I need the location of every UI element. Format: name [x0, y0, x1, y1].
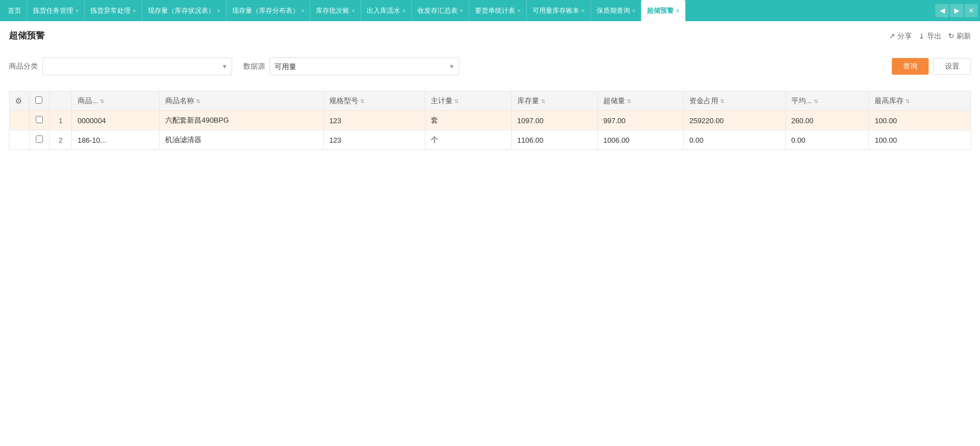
- row-checkbox-cell[interactable]: [30, 130, 50, 150]
- nav-tab-close-abnormal[interactable]: ×: [133, 8, 136, 14]
- filter-row: 商品分类 ▼ 数据源 可用量 库存量 ▼ 查询 设置: [9, 51, 971, 82]
- nav-tab-close-overstock[interactable]: ×: [676, 8, 679, 14]
- category-select[interactable]: [42, 57, 232, 75]
- col-header-unit[interactable]: 主计量⇅: [425, 91, 511, 111]
- col-header-capital[interactable]: 资金占用⇅: [684, 91, 786, 111]
- sort-icon-unit[interactable]: ⇅: [454, 98, 459, 104]
- nav-tab-close-order-stat[interactable]: ×: [517, 8, 521, 14]
- sort-icon-avg[interactable]: ⇅: [814, 98, 818, 104]
- col-header-avg[interactable]: 平均...⇅: [785, 91, 869, 111]
- share-label: 分享: [897, 31, 912, 41]
- nav-tab-label-stock-status: 现存量（库存状况表）: [148, 6, 215, 16]
- cell-name: 六配套新昌490BPG: [160, 111, 324, 130]
- nav-tab-recv-send[interactable]: 收发存汇总表×: [412, 0, 469, 21]
- datasource-filter: 数据源 可用量 库存量 ▼: [243, 57, 459, 75]
- col-label-code: 商品...: [78, 96, 98, 105]
- cell-code: 0000004: [72, 111, 160, 130]
- table-header: ⚙商品...⇅商品名称⇅规格型号⇅主计量⇅库存量⇅超储量⇅资金占用⇅平均...⇅…: [9, 91, 971, 111]
- query-button[interactable]: 查询: [892, 58, 929, 75]
- sort-icon-capital[interactable]: ⇅: [720, 98, 724, 104]
- nav-tab-close-recv-send[interactable]: ×: [460, 8, 463, 14]
- table-row: 10000004六配套新昌490BPG123套1097.00997.002592…: [9, 111, 971, 130]
- col-header-code[interactable]: 商品...⇅: [72, 91, 160, 111]
- col-header-name[interactable]: 商品名称⇅: [160, 91, 324, 111]
- nav-tab-order-stat[interactable]: 要货单统计表×: [469, 0, 527, 21]
- cell-spec: 123: [323, 130, 425, 150]
- cell-overstock: 997.00: [597, 111, 683, 130]
- sort-icon-spec[interactable]: ⇅: [360, 98, 364, 104]
- nav-tab-close-batch-acct[interactable]: ×: [352, 8, 355, 14]
- gear-column-icon[interactable]: ⚙: [15, 96, 22, 105]
- nav-tab-label-batch-acct: 库存批次账: [316, 6, 349, 16]
- nav-tab-label-quality: 保质期查询: [597, 6, 630, 16]
- cell-capital: 0.00: [684, 130, 786, 150]
- nav-tab-batch-acct[interactable]: 库存批次账×: [310, 0, 361, 21]
- nav-tab-available[interactable]: 可用量库存账本×: [527, 0, 591, 21]
- nav-tab-close-stock-status[interactable]: ×: [217, 8, 220, 14]
- col-header-overstock[interactable]: 超储量⇅: [597, 91, 683, 111]
- nav-tab-stock-status[interactable]: 现存量（库存状况表）×: [142, 0, 227, 21]
- sort-icon-overstock[interactable]: ⇅: [627, 98, 631, 104]
- select-all-checkbox[interactable]: [35, 96, 42, 104]
- nav-tab-label-inout-flow: 出入库流水: [367, 6, 400, 16]
- nav-tab-overstock[interactable]: 超储预警×: [641, 0, 685, 21]
- nav-tab-quality[interactable]: 保质期查询×: [591, 0, 642, 21]
- cell-unit: 个: [425, 130, 511, 150]
- nav-tab-home[interactable]: 首页: [2, 0, 27, 21]
- cell-max_stock: 100.00: [869, 130, 971, 150]
- nav-tab-label-overstock: 超储预警: [647, 6, 674, 16]
- nav-tab-stock-dist[interactable]: 现存量（库存分布表）×: [227, 0, 311, 21]
- refresh-icon: ↻: [948, 32, 954, 40]
- sort-icon-max_stock[interactable]: ⇅: [905, 98, 910, 104]
- col-label-avg: 平均...: [791, 96, 812, 105]
- row-num: 1: [50, 111, 72, 130]
- nav-tab-label-task-mgmt: 拣货任务管理: [33, 6, 73, 16]
- page-title: 超储预警: [9, 30, 45, 42]
- col-label-unit: 主计量: [431, 96, 453, 105]
- table-body: 10000004六配套新昌490BPG123套1097.00997.002592…: [9, 111, 971, 150]
- cell-name: 机油滤清器: [160, 130, 324, 150]
- nav-tab-close-quality[interactable]: ×: [632, 8, 636, 14]
- share-icon: ↗: [889, 32, 895, 40]
- filter-buttons: 查询 设置: [892, 58, 971, 75]
- refresh-button[interactable]: ↻ 刷新: [948, 31, 971, 41]
- category-label: 商品分类: [9, 61, 38, 71]
- datasource-select-wrapper: 可用量 库存量 ▼: [270, 57, 459, 75]
- nav-tab-close-task-mgmt[interactable]: ×: [75, 8, 79, 14]
- nav-tab-close-available[interactable]: ×: [582, 8, 585, 14]
- nav-close-button[interactable]: ✕: [964, 4, 978, 17]
- table-row: 2186-10...机油滤清器123个1106.001006.000.000.0…: [9, 130, 971, 150]
- col-header-max_stock[interactable]: 最高库存⇅: [869, 91, 971, 111]
- col-label-capital: 资金占用: [689, 96, 718, 105]
- refresh-label: 刷新: [957, 31, 971, 41]
- datasource-select[interactable]: 可用量 库存量: [270, 57, 459, 75]
- nav-arrows: ◀ ▶ ✕: [935, 4, 978, 17]
- settings-button[interactable]: 设置: [933, 58, 971, 75]
- share-button[interactable]: ↗ 分享: [889, 31, 912, 41]
- row-checkbox[interactable]: [36, 135, 43, 143]
- data-table: ⚙商品...⇅商品名称⇅规格型号⇅主计量⇅库存量⇅超储量⇅资金占用⇅平均...⇅…: [9, 91, 971, 150]
- header-actions: ↗ 分享 ⤓ 导出 ↻ 刷新: [889, 31, 971, 41]
- cell-unit: 套: [425, 111, 511, 130]
- sort-icon-name[interactable]: ⇅: [196, 98, 200, 104]
- nav-tab-label-abnormal: 拣货异常处理: [90, 6, 131, 16]
- nav-tab-close-stock-dist[interactable]: ×: [301, 8, 305, 14]
- export-button[interactable]: ⤓ 导出: [919, 31, 941, 41]
- nav-left-button[interactable]: ◀: [935, 4, 949, 17]
- nav-tab-label-stock-dist: 现存量（库存分布表）: [232, 6, 299, 16]
- nav-tab-inout-flow[interactable]: 出入库流水×: [361, 0, 412, 21]
- nav-tab-task-mgmt[interactable]: 拣货任务管理×: [27, 0, 85, 21]
- nav-right-button[interactable]: ▶: [950, 4, 963, 17]
- col-header-spec[interactable]: 规格型号⇅: [323, 91, 425, 111]
- sort-icon-stock[interactable]: ⇅: [541, 98, 545, 104]
- row-checkbox[interactable]: [36, 116, 43, 123]
- cell-spec: 123: [323, 111, 425, 130]
- sort-icon-code[interactable]: ⇅: [100, 98, 104, 104]
- col-header-stock[interactable]: 库存量⇅: [511, 91, 597, 111]
- nav-tab-close-inout-flow[interactable]: ×: [402, 8, 406, 14]
- nav-tab-abnormal[interactable]: 拣货异常处理×: [85, 0, 142, 21]
- nav-tab-label-recv-send: 收发存汇总表: [417, 6, 458, 16]
- row-checkbox-cell[interactable]: [30, 111, 50, 130]
- cell-avg: 0.00: [785, 130, 869, 150]
- nav-tab-label-available: 可用量库存账本: [532, 6, 579, 16]
